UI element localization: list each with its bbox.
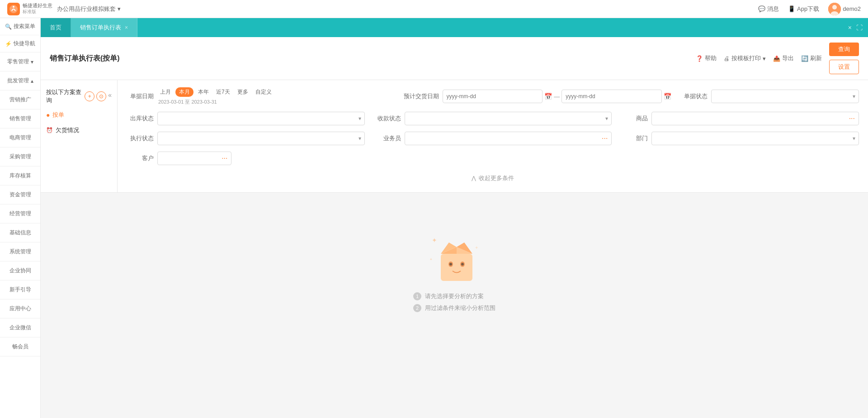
- exec-status-label: 执行状态: [127, 134, 154, 142]
- tab-expand-icon[interactable]: ⛶: [856, 24, 863, 31]
- sidebar-item-operations[interactable]: 经营管理: [0, 204, 40, 223]
- date-tab-7days[interactable]: 近7天: [213, 87, 233, 97]
- workspace-selector[interactable]: 办公用品行业模拟账套 ▾: [57, 5, 121, 13]
- sidebar-item-purchase[interactable]: 采购管理: [0, 147, 40, 166]
- expected-date-end[interactable]: [561, 90, 662, 103]
- date-tab-last-month[interactable]: 上月: [157, 87, 174, 97]
- sidebar-item-inventory[interactable]: 库存核算: [0, 166, 40, 185]
- add-scheme-button[interactable]: +: [85, 91, 94, 101]
- template-print-label: 按模板打印: [731, 54, 761, 62]
- expected-date-label: 预计交货日期: [404, 92, 439, 100]
- refresh-action[interactable]: 🔄 刷新: [801, 54, 822, 62]
- status-select[interactable]: [711, 90, 859, 103]
- sidebar-item-finance[interactable]: 资金管理: [0, 185, 40, 204]
- filter-field-exec-status: 执行状态: [127, 132, 365, 145]
- filter-row-1: 单据日期 上月 本月 本年 近7天 更多 自定义 20: [127, 87, 859, 105]
- template-print-action[interactable]: 🖨 按模板打印 ▾: [724, 54, 766, 62]
- date-tab-this-year[interactable]: 本年: [195, 87, 212, 97]
- avatar: [828, 3, 841, 15]
- copy-scheme-button[interactable]: ⊙: [96, 91, 106, 101]
- sidebar-operations-label: 经营管理: [9, 210, 31, 218]
- sidebar-item-apps[interactable]: 应用中心: [0, 299, 40, 318]
- date-tab-this-month[interactable]: 本月: [175, 87, 193, 97]
- date-tabs: 上月 本月 本年 近7天 更多 自定义: [157, 87, 395, 97]
- payment-label: 收款状态: [374, 114, 401, 123]
- refresh-icon: 🔄: [801, 55, 808, 62]
- sidebar-item-member[interactable]: 畅会员: [0, 337, 40, 356]
- date-separator: —: [554, 93, 560, 100]
- date-tab-custom[interactable]: 自定义: [253, 87, 274, 97]
- export-action[interactable]: 📤 导出: [773, 54, 794, 62]
- workspace-dropdown-icon: ▾: [118, 5, 121, 12]
- sidebar-system-label: 系统管理: [9, 248, 31, 256]
- user-area[interactable]: demo2: [828, 3, 861, 15]
- sidebar-item-system[interactable]: 系统管理: [0, 242, 40, 261]
- tab-sales-exec[interactable]: 销售订单执行表 ×: [71, 18, 137, 37]
- app-download-action[interactable]: 📱 App下载: [788, 5, 819, 13]
- delivery-select[interactable]: [157, 112, 365, 125]
- dept-label: 部门: [621, 134, 648, 142]
- sidebar-item-ecommerce[interactable]: 电商管理: [0, 128, 40, 147]
- svg-point-12: [449, 263, 452, 266]
- collapse-conditions-button[interactable]: ⋀ 收起更多条件: [127, 171, 859, 185]
- date-range-display: 2023-03-01 至 2023-03-31: [157, 99, 395, 105]
- sidebar-wholesale-label: 批发管理: [7, 77, 29, 85]
- scheme-item-owed-goods[interactable]: ⏰ 欠货情况: [41, 123, 117, 138]
- sidebar-item-sales[interactable]: 销售管理: [0, 109, 40, 128]
- scheme-item-by-order[interactable]: ● 按单: [41, 107, 117, 123]
- message-action[interactable]: 💬 消息: [758, 5, 779, 13]
- date-tab-more[interactable]: 更多: [235, 87, 251, 97]
- collapse-chevron-icon: ⋀: [472, 175, 476, 181]
- sidebar-inventory-label: 库存核算: [9, 172, 31, 180]
- scheme-owed-goods-label: 欠货情况: [56, 126, 79, 134]
- payment-control: [405, 112, 612, 125]
- quick-nav-label: 快捷导航: [14, 40, 35, 48]
- sidebar-wholesale-arrow: ▴: [31, 78, 33, 84]
- sidebar-item-search[interactable]: 🔍 搜索菜单: [0, 18, 40, 35]
- tab-close-window-icon[interactable]: ×: [848, 24, 852, 31]
- app-download-icon: 📱: [788, 5, 795, 12]
- sidebar-item-basic[interactable]: 基础信息: [0, 223, 40, 242]
- sidebar-item-wechat[interactable]: 企业微信: [0, 318, 40, 337]
- salesperson-dots-icon[interactable]: ···: [602, 134, 608, 142]
- payment-select[interactable]: [405, 112, 612, 125]
- setting-button[interactable]: 设置: [829, 60, 859, 74]
- sidebar-finance-label: 资金管理: [9, 191, 31, 199]
- sidebar-item-enterprise[interactable]: 企业协同: [0, 261, 40, 280]
- salesperson-multi-select[interactable]: ···: [405, 132, 612, 145]
- logo-area: 畅捷通好生意 标准版: [7, 3, 52, 15]
- tab-close-icon[interactable]: ×: [125, 24, 128, 31]
- expected-date-start[interactable]: [443, 90, 543, 103]
- sidebar-item-wholesale[interactable]: 批发管理 ▴: [0, 71, 40, 90]
- help-icon: ❓: [696, 55, 703, 62]
- app-name: 畅捷通好生意: [23, 3, 52, 9]
- hint-text-1: 请先选择要分析的方案: [425, 292, 484, 300]
- tab-bar: 首页 销售订单执行表 × × ⛶: [41, 18, 868, 37]
- customer-dots-icon[interactable]: ···: [222, 154, 227, 162]
- goods-dots-icon[interactable]: ···: [849, 114, 855, 123]
- help-action[interactable]: ❓ 帮助: [696, 54, 717, 62]
- tab-home[interactable]: 首页: [41, 18, 71, 37]
- exec-status-select-wrap: [157, 132, 365, 145]
- collapse-sidebar-button[interactable]: «: [108, 91, 112, 101]
- page-content: 销售订单执行表(按单) ❓ 帮助 🖨 按模板打印 ▾ 📤 导出: [41, 37, 868, 418]
- sidebar-item-retail[interactable]: 零售管理 ▾: [0, 52, 40, 71]
- sidebar-basic-label: 基础信息: [9, 229, 31, 237]
- search-label: 搜索菜单: [14, 23, 35, 30]
- empty-hint-2: 2 用过滤条件来缩小分析范围: [413, 304, 495, 312]
- query-button[interactable]: 查询: [829, 43, 859, 56]
- sidebar: 🔍 搜索菜单 ⚡ 快捷导航 零售管理 ▾ 批发管理 ▴ 营销推广 销售管理 电商…: [0, 18, 41, 418]
- filter-field-date: 单据日期 上月 本月 本年 近7天 更多 自定义 20: [127, 87, 395, 105]
- filter-field-expected-date: 预计交货日期 📅 — 📅: [404, 90, 672, 103]
- exec-status-select[interactable]: [157, 132, 365, 145]
- filter-field-payment: 收款状态: [374, 112, 612, 125]
- sidebar-item-marketing[interactable]: 营销推广: [0, 90, 40, 109]
- dept-select[interactable]: [651, 132, 859, 145]
- sidebar-item-newcomer[interactable]: 新手引导: [0, 280, 40, 299]
- expected-date-range: 📅 — 📅: [443, 90, 672, 103]
- filter-row-3: 执行状态 业务员: [127, 132, 859, 145]
- sidebar-item-quick-nav[interactable]: ⚡ 快捷导航: [0, 35, 40, 52]
- customer-multi-select[interactable]: ···: [157, 152, 231, 165]
- goods-multi-select[interactable]: ···: [651, 112, 859, 125]
- empty-hint-1: 1 请先选择要分析的方案: [413, 292, 495, 300]
